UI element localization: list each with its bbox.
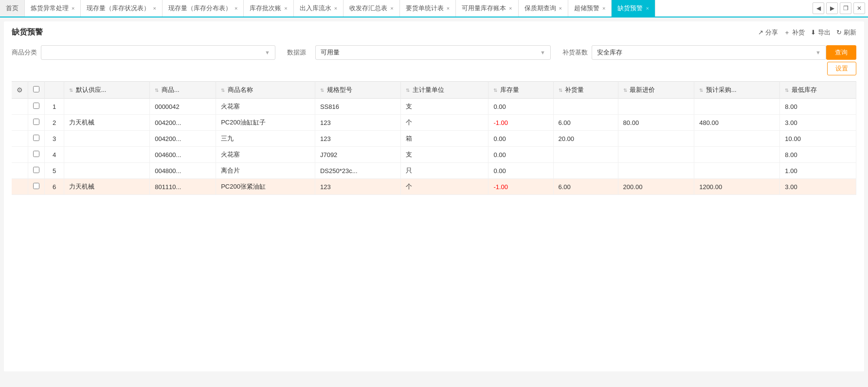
td-unit-5: 个 — [401, 179, 488, 195]
th-estimated-purchase: ⇅ 预计采购... — [694, 82, 780, 99]
td-stock-5: -1.00 — [488, 179, 553, 195]
td-row-num-3: 4 — [45, 147, 64, 163]
td-checkbox-4[interactable] — [28, 163, 45, 179]
tab-chaochuyu[interactable]: 超储预警 × — [568, 0, 612, 17]
td-stock-1: -1.00 — [488, 115, 553, 131]
th-row-num — [45, 82, 64, 99]
row-checkbox-4[interactable] — [33, 167, 39, 173]
tab-jinelicl[interactable]: 炼货异常处理 × — [25, 0, 81, 17]
tab-close-all-button[interactable]: ✕ — [853, 2, 865, 14]
tab-close-xiancunl-status[interactable]: × — [153, 5, 156, 11]
td-estimated-3 — [694, 147, 780, 163]
td-code-5: 801110... — [150, 179, 216, 195]
th-default-supplier: ⇅ 默认供应... — [64, 82, 150, 99]
sort-icon-supplier: ⇅ — [69, 88, 73, 93]
td-gear-1 — [12, 115, 28, 131]
tab-close-xiancunl-dist[interactable]: × — [235, 5, 237, 11]
sort-icon-name: ⇅ — [221, 88, 225, 93]
td-unit-0: 支 — [401, 99, 488, 115]
export-button[interactable]: ⬇ 导出 — [811, 28, 831, 37]
share-button[interactable]: ↗ 分享 — [758, 28, 778, 37]
select-all-checkbox[interactable] — [33, 86, 39, 92]
td-checkbox-1[interactable] — [28, 115, 45, 131]
datasource-select[interactable]: 可用量 ▼ — [315, 45, 551, 60]
td-replenish-5: 6.00 — [553, 179, 618, 195]
tab-shoufashou[interactable]: 收发存汇总表 × — [344, 0, 399, 17]
tab-xiancunl-status[interactable]: 现存量（库存状况表） × — [81, 0, 162, 17]
filter-category: 商品分类 ▼ — [12, 45, 275, 60]
tab-keyongl-ledger[interactable]: 可用量库存账本 × — [456, 0, 518, 17]
tab-baozhiqi[interactable]: 保质期查询 × — [519, 0, 568, 17]
th-checkbox — [28, 82, 45, 99]
td-min-stock-2: 10.00 — [780, 131, 856, 147]
tab-close-chaochuyu[interactable]: × — [602, 5, 605, 11]
sort-icon-price: ⇅ — [623, 88, 627, 93]
table-row: 2 力天机械 004200... PC200油缸缸子 123 个 -1.00 6… — [12, 115, 856, 131]
tab-home[interactable]: 首页 — [0, 0, 25, 17]
tab-close-yaohuo-stat[interactable]: × — [447, 5, 450, 11]
settings-button[interactable]: 设置 — [827, 62, 856, 75]
td-price-0 — [618, 99, 694, 115]
td-code-1: 004200... — [150, 115, 216, 131]
table-row: 6 力天机械 801110... PC200张紧油缸 123 个 -1.00 6… — [12, 179, 856, 195]
replenish-base-select[interactable]: 安全库存 ▼ — [592, 45, 826, 60]
td-row-num-0: 1 — [45, 99, 64, 115]
tab-close-baozhiqi[interactable]: × — [559, 5, 562, 11]
replenish-button[interactable]: ＋ 补货 — [784, 28, 805, 37]
row-checkbox-3[interactable] — [33, 151, 39, 157]
replenish-icon: ＋ — [784, 28, 790, 37]
td-estimated-4 — [694, 163, 780, 179]
td-min-stock-3: 8.00 — [780, 147, 856, 163]
tab-close-jinelicl[interactable]: × — [72, 5, 74, 11]
td-unit-4: 只 — [401, 163, 488, 179]
td-checkbox-2[interactable] — [28, 131, 45, 147]
replenish-base-label: 补货基数 — [562, 48, 588, 57]
th-gear[interactable]: ⚙ — [12, 82, 28, 99]
tab-close-quehuo[interactable]: × — [646, 5, 649, 11]
td-replenish-3 — [553, 147, 618, 163]
td-checkbox-5[interactable] — [28, 179, 45, 195]
tab-close-shoufashou[interactable]: × — [390, 5, 393, 11]
tab-close-inout-flow[interactable]: × — [334, 5, 337, 11]
td-checkbox-3[interactable] — [28, 147, 45, 163]
row-checkbox-1[interactable] — [33, 119, 39, 125]
tab-next-button[interactable]: ▶ — [826, 2, 838, 14]
tab-nav-buttons: ◀ ▶ ❐ ✕ — [810, 2, 868, 14]
td-stock-2: 0.00 — [488, 131, 553, 147]
tab-prev-button[interactable]: ◀ — [813, 2, 824, 14]
td-supplier-2 — [64, 131, 150, 147]
export-icon: ⬇ — [811, 29, 816, 36]
refresh-button[interactable]: ↻ 刷新 — [836, 28, 856, 37]
row-checkbox-2[interactable] — [33, 135, 39, 141]
tab-quehuo[interactable]: 缺货预警 × — [612, 0, 655, 17]
table-header-row: ⚙ ⇅ 默认供应... ⇅ 商品... ⇅ 商品名称 — [12, 82, 856, 99]
td-stock-0: 0.00 — [488, 99, 553, 115]
tab-restore-button[interactable]: ❐ — [840, 2, 851, 14]
query-button[interactable]: 查询 — [826, 45, 856, 60]
td-code-2: 004200... — [150, 131, 216, 147]
td-name-3: 火花塞 — [216, 147, 315, 163]
tab-close-kucun-batch[interactable]: × — [284, 5, 287, 11]
td-spec-4: DS250*23c... — [315, 163, 400, 179]
tab-xiancunl-dist[interactable]: 现存量（库存分布表） × — [163, 0, 244, 17]
row-checkbox-5[interactable] — [33, 183, 39, 189]
td-replenish-0 — [553, 99, 618, 115]
td-estimated-2 — [694, 131, 780, 147]
tab-inout-flow[interactable]: 出入库流水 × — [294, 0, 344, 17]
sort-icon-replenish: ⇅ — [559, 88, 562, 93]
page-content: 缺货预警 ↗ 分享 ＋ 补货 ⬇ 导出 ↻ 刷新 商品分类 — [4, 21, 864, 371]
table-row: 1 0000042 火花塞 SS816 支 0.00 8.00 — [12, 99, 856, 115]
filter-datasource: 数据源 可用量 ▼ — [287, 45, 551, 60]
tab-kucun-batch[interactable]: 库存批次账 × — [244, 0, 293, 17]
td-spec-0: SS816 — [315, 99, 400, 115]
td-checkbox-0[interactable] — [28, 99, 45, 115]
tab-close-keyongl-ledger[interactable]: × — [509, 5, 512, 11]
gear-icon[interactable]: ⚙ — [17, 86, 23, 94]
td-price-5: 200.00 — [618, 179, 694, 195]
category-select[interactable]: ▼ — [41, 45, 275, 60]
td-min-stock-4: 1.00 — [780, 163, 856, 179]
th-product-name: ⇅ 商品名称 — [216, 82, 315, 99]
tab-yaohuo-stat[interactable]: 要货单统计表 × — [400, 0, 456, 17]
row-checkbox-0[interactable] — [33, 103, 39, 109]
right-action-buttons: 查询 设置 — [826, 45, 856, 75]
